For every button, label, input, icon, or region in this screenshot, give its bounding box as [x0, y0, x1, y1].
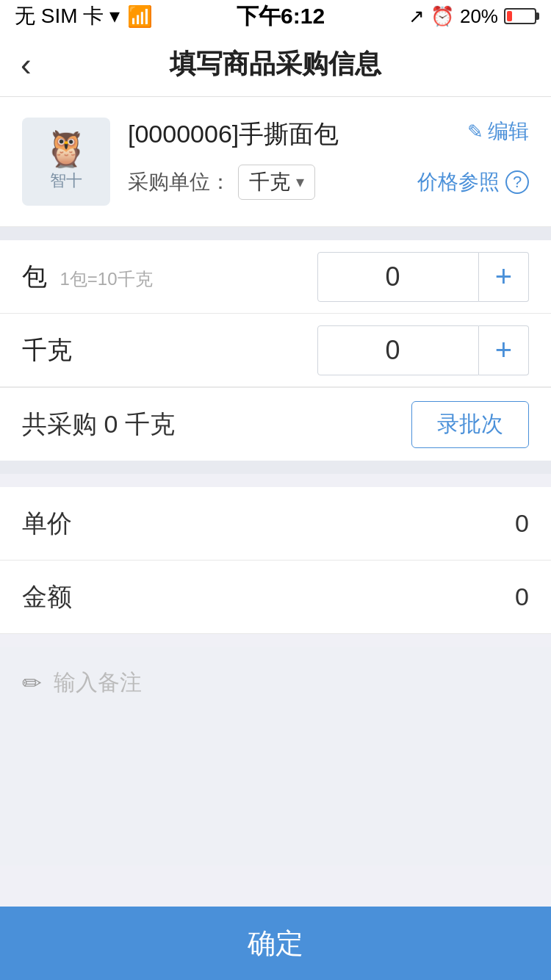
alarm-icon: ⏰: [431, 5, 454, 28]
product-name-row: [0000006]手撕面包 ✎ 编辑: [128, 118, 529, 151]
bag-hint: 1包=10千克: [60, 269, 152, 289]
summary-row: 共采购 0 千克 录批次: [0, 387, 551, 461]
kg-plus-button[interactable]: +: [479, 325, 529, 375]
summary-value: 0: [104, 410, 118, 438]
content-spacer: [0, 718, 551, 865]
main-content: 🦉 智十 [0000006]手撕面包 ✎ 编辑 采购单位： 千克 ▾: [0, 97, 551, 939]
back-button[interactable]: ‹: [21, 48, 32, 81]
confirm-button[interactable]: 确定: [0, 907, 551, 980]
battery-fill: [507, 11, 512, 21]
status-right: ↗ ⏰ 20%: [408, 5, 536, 28]
bag-label-text: 包: [22, 262, 47, 290]
section-divider-2: [0, 461, 551, 474]
battery-percent: 20%: [460, 5, 498, 28]
bag-input-wrap: +: [317, 252, 529, 302]
bag-input-row: 包 1包=10千克 +: [0, 240, 551, 314]
unit-price-row: 单价 0: [0, 487, 551, 561]
product-title: 手撕面包: [239, 120, 339, 148]
product-thumb-icon: 🦉: [44, 131, 88, 167]
chevron-down-icon: ▾: [296, 173, 304, 192]
amount-value: 0: [515, 583, 529, 611]
edit-button[interactable]: ✎ 编辑: [467, 118, 529, 145]
bag-label: 包 1包=10千克: [22, 260, 317, 294]
amount-label: 金额: [22, 580, 72, 614]
price-section: 单价 0 金额 0: [0, 487, 551, 634]
status-bar: 无 SIM 卡 ▾ 📶 下午6:12 ↗ ⏰ 20%: [0, 0, 551, 32]
status-left: 无 SIM 卡 ▾ 📶: [15, 2, 153, 30]
product-card: 🦉 智十 [0000006]手撕面包 ✎ 编辑 采购单位： 千克 ▾: [0, 97, 551, 227]
unit-left: 采购单位： 千克 ▾: [128, 165, 315, 200]
edit-icon: ✎: [467, 120, 483, 143]
summary-unit-text: [118, 410, 124, 438]
help-icon[interactable]: ?: [505, 170, 529, 194]
bag-input[interactable]: [317, 252, 479, 302]
summary-text: 共采购 0 千克: [22, 408, 175, 442]
status-time: 下午6:12: [237, 1, 325, 32]
section-divider-1: [0, 227, 551, 240]
sim-status: 无 SIM 卡 ▾: [15, 2, 120, 30]
product-thumb-label: 智十: [50, 170, 82, 192]
edit-label: 编辑: [488, 118, 529, 145]
location-icon: ↗: [408, 5, 425, 28]
bag-plus-button[interactable]: +: [479, 252, 529, 302]
product-name: [0000006]手撕面包: [128, 118, 339, 151]
kg-input-wrap: +: [317, 325, 529, 375]
help-question: ?: [513, 173, 522, 192]
price-ref-label: 价格参照: [417, 168, 500, 196]
remark-section[interactable]: ✏ 输入备注: [0, 647, 551, 718]
kg-input[interactable]: [317, 325, 479, 375]
amount-row: 金额 0: [0, 561, 551, 634]
nav-bar: ‹ 填写商品采购信息: [0, 32, 551, 97]
input-section: 包 1包=10千克 + 千克 + 共采购 0 千克 录批次: [0, 240, 551, 461]
battery-icon: [504, 8, 536, 24]
page-title: 填写商品采购信息: [170, 46, 381, 82]
product-info: [0000006]手撕面包 ✎ 编辑 采购单位： 千克 ▾ 价格参照: [128, 118, 529, 200]
kg-input-row: 千克 +: [0, 314, 551, 387]
product-id: [0000006]: [128, 120, 239, 148]
unit-price-label: 单价: [22, 507, 72, 541]
unit-price-value: 0: [515, 509, 529, 538]
unit-select[interactable]: 千克 ▾: [238, 165, 315, 200]
summary-label: 共采购: [22, 410, 97, 438]
product-thumbnail: 🦉 智十: [22, 118, 110, 206]
wifi-icon: 📶: [127, 4, 153, 29]
batch-button[interactable]: 录批次: [411, 401, 529, 448]
kg-label: 千克: [22, 334, 317, 367]
unit-label: 采购单位：: [128, 168, 231, 196]
unit-value: 千克: [249, 168, 290, 196]
pencil-icon: ✏: [22, 669, 42, 697]
remark-placeholder: 输入备注: [54, 668, 142, 698]
price-ref-button[interactable]: 价格参照 ?: [417, 168, 529, 196]
summary-unit: 千克: [125, 410, 175, 438]
product-unit-row: 采购单位： 千克 ▾ 价格参照 ?: [128, 165, 529, 200]
